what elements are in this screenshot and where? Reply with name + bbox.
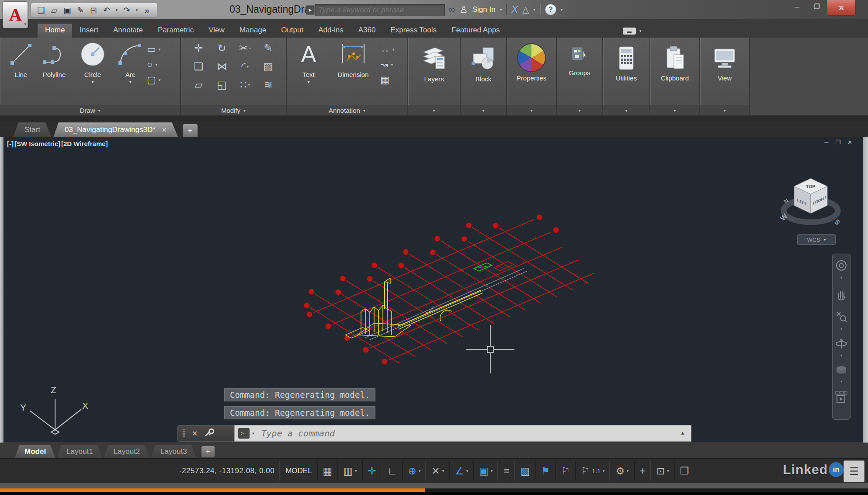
chevron-down-icon[interactable]: ▾ — [249, 46, 251, 50]
new-layout-button[interactable]: + — [201, 446, 215, 457]
chevron-down-icon[interactable]: ▾ — [392, 47, 395, 52]
rotate-tool[interactable]: ↻ — [210, 42, 233, 54]
groups-panel[interactable]: Groups ▾ — [557, 38, 603, 115]
polyline-tool[interactable]: Polyline — [38, 40, 70, 78]
block-panel-caption[interactable]: ▾ — [461, 105, 506, 115]
layout-tab[interactable]: Layout3 — [151, 445, 197, 458]
chevron-down-icon[interactable]: ▾ — [840, 276, 842, 280]
sign-in-button[interactable]: Sign In — [472, 5, 496, 14]
chevron-down-icon[interactable]: ▾ — [159, 47, 161, 52]
doc-close-button[interactable]: ✕ — [847, 139, 852, 146]
grid-display-toggle[interactable]: ▦ — [318, 461, 338, 481]
drag-handle-icon[interactable] — [182, 429, 186, 438]
open-file-button[interactable]: ▱ — [49, 4, 60, 16]
ribbon-tab[interactable]: Annotate — [106, 24, 150, 38]
a360-icon[interactable]: △ — [522, 4, 529, 15]
command-input[interactable] — [260, 428, 691, 439]
showmotion-icon[interactable] — [835, 390, 848, 405]
new-drawing-tab-button[interactable]: + — [183, 124, 198, 137]
table-tool[interactable]: ▦ — [380, 74, 395, 86]
customize-wrench-icon[interactable] — [204, 427, 214, 439]
utilities-panel-caption[interactable]: ▾ — [603, 105, 649, 115]
draw-panel-caption[interactable]: Draw ▾ — [0, 105, 180, 115]
circle-tool[interactable]: Circle ▾ — [77, 40, 108, 84]
chevron-down-icon[interactable]: ▾ — [247, 65, 249, 69]
video-progress-bar[interactable] — [0, 488, 868, 492]
snap-mode-toggle[interactable]: ▥ ▾ — [338, 461, 362, 481]
command-bar-grip[interactable]: ✕ — [177, 425, 234, 442]
fillet-tool[interactable]: ◜▾ — [233, 60, 257, 73]
chevron-down-icon[interactable]: ▾ — [840, 380, 842, 383]
layout-tab[interactable]: Model — [15, 445, 56, 458]
new-file-button[interactable]: ❏ — [35, 4, 47, 16]
chevron-down-icon[interactable]: ▾ — [307, 80, 309, 84]
layout-tab[interactable]: Layout1 — [57, 445, 103, 458]
chevron-down-icon[interactable]: ▾ — [627, 469, 629, 473]
explode-tool[interactable]: ▨ — [257, 60, 280, 73]
isometric-drafting-toggle[interactable]: ✕ ▾ — [426, 461, 450, 481]
annotation-panel-caption[interactable]: Annotation ▾ — [287, 105, 407, 115]
search-input[interactable] — [315, 6, 444, 14]
properties-panel[interactable]: Properties ▾ — [507, 38, 557, 115]
doc-minimize-button[interactable]: ─ — [824, 139, 828, 146]
view-panel[interactable]: View ▾ — [700, 38, 750, 115]
ribbon-tab[interactable]: Home — [38, 24, 72, 38]
close-icon[interactable]: ✕ — [192, 429, 198, 438]
chevron-down-icon[interactable]: ▾ — [840, 327, 842, 331]
properties-panel-caption[interactable]: ▾ — [507, 105, 556, 115]
chevron-down-icon[interactable]: ▾ — [159, 78, 161, 82]
offset-tool[interactable]: ≋ — [257, 79, 280, 91]
groups-panel-caption[interactable]: ▾ — [557, 105, 602, 115]
chevron-down-icon[interactable]: ▾ — [667, 469, 669, 473]
file-tab[interactable]: Start — [13, 122, 52, 137]
view-control[interactable]: [SW Isometric] — [14, 140, 60, 147]
move-tool[interactable]: ✛ — [187, 42, 210, 54]
save-button[interactable]: ▣ — [62, 4, 73, 16]
chevron-down-icon[interactable]: ▾ — [603, 469, 605, 473]
redo-dropdown[interactable]: ▾ — [134, 4, 139, 16]
line-tool[interactable]: Line — [5, 40, 37, 78]
ribbon-tab[interactable]: View — [201, 24, 232, 38]
ribbon-tab[interactable]: Parametric — [150, 24, 201, 38]
leader-tool[interactable]: ↝▾ — [380, 59, 395, 70]
chevron-down-icon[interactable]: ▾ — [419, 469, 421, 473]
zoom-icon[interactable] — [835, 310, 847, 324]
pan-icon[interactable] — [835, 289, 847, 303]
chevron-down-icon[interactable]: ▾ — [491, 469, 493, 473]
ribbon-tab[interactable]: A360 — [351, 24, 383, 38]
undo-button[interactable]: ↶ — [101, 4, 112, 16]
close-icon[interactable]: ✕ — [162, 126, 167, 133]
chevron-down-icon[interactable]: ▾ — [91, 80, 94, 84]
navigation-wheel-icon[interactable] — [835, 259, 847, 273]
hardware-acceleration-button[interactable]: ⊡ ▾ — [651, 461, 675, 481]
clipboard-panel-caption[interactable]: ▾ — [650, 105, 699, 115]
isolate-objects-button[interactable]: + — [635, 461, 651, 481]
block-panel[interactable]: Block ▾ — [461, 38, 507, 115]
hatch-tool[interactable]: ▢▾ — [147, 74, 160, 86]
ribbon-tab[interactable]: Add-ins — [311, 24, 351, 38]
redo-button[interactable]: ↷ — [121, 4, 132, 16]
utilities-panel[interactable]: Utilities ▾ — [603, 38, 650, 115]
chevron-down-icon[interactable]: ▾ — [466, 469, 469, 473]
model-space-button[interactable]: MODEL — [280, 461, 317, 481]
layout-tab[interactable]: Layout2 — [104, 445, 150, 458]
help-icon[interactable]: ? — [545, 4, 556, 15]
ribbon-tab[interactable]: Output — [274, 24, 311, 38]
annotation-visibility-toggle[interactable]: ⚑ — [536, 461, 556, 481]
ribbon-display-options[interactable]: ▬ ▾ — [623, 28, 642, 35]
user-icon[interactable]: ♙ — [459, 4, 468, 15]
ribbon-tab[interactable]: Manage — [232, 24, 274, 38]
history-collapse-icon[interactable]: ▴ — [681, 429, 684, 436]
arc-tool[interactable]: Arc ▾ — [115, 40, 146, 84]
ortho-mode-toggle[interactable]: ∟ — [382, 461, 403, 481]
transparency-toggle[interactable]: ▧ — [515, 461, 536, 481]
a360-dropdown[interactable]: ▾ — [533, 7, 535, 12]
polar-tracking-toggle[interactable]: ⊕ ▾ — [403, 461, 426, 481]
chevron-down-icon[interactable]: ▾ — [840, 354, 842, 358]
command-input-field[interactable]: >_ ▾ ▴ — [234, 425, 691, 442]
clipboard-panel[interactable]: Clipboard ▾ — [650, 38, 700, 115]
close-button[interactable]: ✕ — [827, 0, 856, 16]
object-snap-toggle[interactable]: ▣ ▾ — [474, 461, 498, 481]
viewcube[interactable]: N W S TOP LEFT FRONT — [778, 162, 844, 245]
application-menu-button[interactable]: A ▾ — [3, 1, 28, 28]
